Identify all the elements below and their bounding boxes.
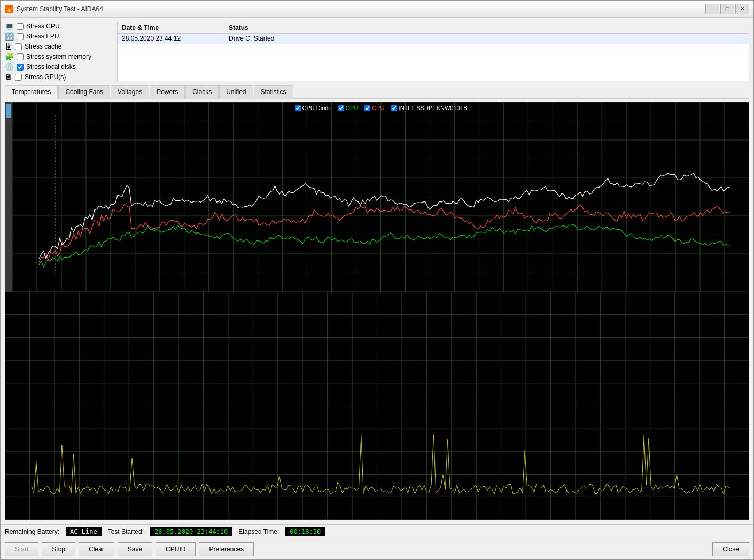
stress-label-cpu: Stress CPU (26, 22, 60, 30)
log-row: 28.05.2020 23:44:12Drive C: Started (118, 34, 749, 44)
clear-button[interactable]: Clear (79, 542, 114, 556)
stress-checkbox-disks[interactable] (17, 64, 24, 71)
legend-ssd-label: INTEL SSDPEKNW010T8 (399, 105, 467, 111)
top-section: 💻 Stress CPU 🔢 Stress FPU 🗄 Stress cache… (5, 22, 749, 81)
legend-cpu-label: CPU (372, 105, 384, 111)
legend-cpu-diode: CPU Diode (294, 105, 331, 111)
main-window: 🔥 System Stability Test - AIDA64 — □ ✕ 💻… (0, 0, 754, 560)
tab-unified[interactable]: Unified (219, 85, 253, 99)
window-controls: — □ ✕ (705, 4, 749, 14)
tab-bar: TemperaturesCooling FansVoltagesPowersCl… (5, 84, 749, 99)
maximize-button[interactable]: □ (720, 4, 734, 14)
start-button[interactable]: Start (5, 542, 38, 556)
log-header-status: Status (224, 22, 749, 33)
temp-chart-wrapper: CPU Diode GPU CPU INTEL SSDPEKNW010 (5, 102, 749, 292)
status-bar: Remaining Battery: AC Line Test Started:… (1, 524, 753, 539)
stress-icon-fpu: 🔢 (5, 32, 14, 41)
temp-canvas (12, 102, 749, 292)
legend-gpu-checkbox[interactable] (338, 105, 344, 111)
stress-icon-disks: 💿 (5, 63, 14, 71)
tabs-container: TemperaturesCooling FansVoltagesPowersCl… (5, 84, 749, 99)
tab-cooling[interactable]: Cooling Fans (58, 85, 110, 99)
legend-ssd: INTEL SSDPEKNW010T8 (391, 105, 467, 111)
stress-icon-gpu: 🖥 (5, 73, 12, 81)
stress-icon-memory: 🧩 (5, 52, 14, 61)
log-rows: 28.05.2020 23:44:12Drive C: Started (118, 34, 749, 44)
legend-cpu-diode-checkbox[interactable] (294, 105, 300, 111)
stress-checkbox-gpu[interactable] (15, 74, 22, 81)
log-table: Date & Time Status 28.05.2020 23:44:12Dr… (117, 22, 749, 81)
legend-cpu-diode-label: CPU Diode (302, 105, 331, 111)
log-header: Date & Time Status (118, 22, 749, 34)
legend-gpu-label: GPU (345, 105, 358, 111)
scroll-indicator (5, 102, 12, 292)
cpu-chart: CPU Usage 100% 0% 6% (5, 292, 749, 520)
stress-checkbox-cache[interactable] (15, 43, 22, 50)
log-cell-status: Drive C: Started (224, 34, 749, 43)
test-started-label: Test Started: (108, 528, 144, 535)
preferences-button[interactable]: Preferences (199, 542, 254, 556)
stress-options: 💻 Stress CPU 🔢 Stress FPU 🗄 Stress cache… (5, 22, 112, 81)
button-bar: Start Stop Clear Save CPUID Preferences … (1, 539, 753, 559)
stress-item-memory: 🧩 Stress system memory (5, 52, 112, 61)
legend-gpu: GPU (338, 105, 358, 111)
stress-icon-cache: 🗄 (5, 42, 12, 51)
elapsed-value: 00:18:50 (285, 527, 325, 536)
legend-cpu: CPU (364, 105, 384, 111)
title-bar: 🔥 System Stability Test - AIDA64 — □ ✕ (1, 1, 753, 18)
battery-value: AC Line (66, 527, 102, 536)
elapsed-label: Elapsed Time: (238, 528, 279, 535)
test-started-value: 28.05.2020 23:44:10 (150, 527, 232, 536)
temp-chart-legend: CPU Diode GPU CPU INTEL SSDPEKNW010 (294, 105, 467, 111)
save-button[interactable]: Save (118, 542, 152, 556)
stress-item-cache: 🗄 Stress cache (5, 42, 112, 51)
temp-chart: CPU Diode GPU CPU INTEL SSDPEKNW010 (12, 102, 749, 292)
tab-clocks[interactable]: Clocks (185, 85, 219, 99)
close-button[interactable]: Close (712, 542, 749, 556)
stress-item-fpu: 🔢 Stress FPU (5, 32, 112, 41)
tab-powers[interactable]: Powers (150, 85, 185, 99)
stress-label-cache: Stress cache (25, 43, 61, 50)
log-header-datetime: Date & Time (118, 22, 224, 33)
stress-label-disks: Stress local disks (26, 63, 76, 71)
legend-ssd-checkbox[interactable] (391, 105, 397, 111)
stress-label-fpu: Stress FPU (26, 33, 59, 40)
stress-item-disks: 💿 Stress local disks (5, 63, 112, 71)
charts-area: CPU Diode GPU CPU INTEL SSDPEKNW010 (5, 102, 749, 520)
log-cell-datetime: 28.05.2020 23:44:12 (118, 34, 224, 43)
minimize-button[interactable]: — (705, 4, 719, 14)
window-title: System Stability Test - AIDA64 (17, 5, 705, 13)
legend-cpu-checkbox[interactable] (364, 105, 370, 111)
stress-icon-cpu: 💻 (5, 22, 14, 30)
tab-voltages[interactable]: Voltages (111, 85, 149, 99)
tab-temperatures[interactable]: Temperatures (5, 85, 58, 99)
cpu-canvas (5, 292, 749, 520)
app-icon: 🔥 (5, 5, 13, 13)
stress-label-gpu: Stress GPU(s) (25, 73, 66, 81)
tab-statistics[interactable]: Statistics (254, 85, 293, 99)
battery-label: Remaining Battery: (5, 528, 59, 535)
content-area: 💻 Stress CPU 🔢 Stress FPU 🗄 Stress cache… (1, 18, 753, 524)
scroll-thumb (6, 104, 11, 118)
stress-item-gpu: 🖥 Stress GPU(s) (5, 73, 112, 81)
stop-button[interactable]: Stop (42, 542, 75, 556)
stress-checkbox-fpu[interactable] (17, 33, 24, 40)
stress-checkbox-cpu[interactable] (17, 23, 24, 30)
stress-checkbox-memory[interactable] (17, 53, 24, 60)
stress-label-memory: Stress system memory (26, 53, 91, 60)
stress-item-cpu: 💻 Stress CPU (5, 22, 112, 30)
close-window-button[interactable]: ✕ (735, 4, 749, 14)
cpuid-button[interactable]: CPUID (156, 542, 196, 556)
